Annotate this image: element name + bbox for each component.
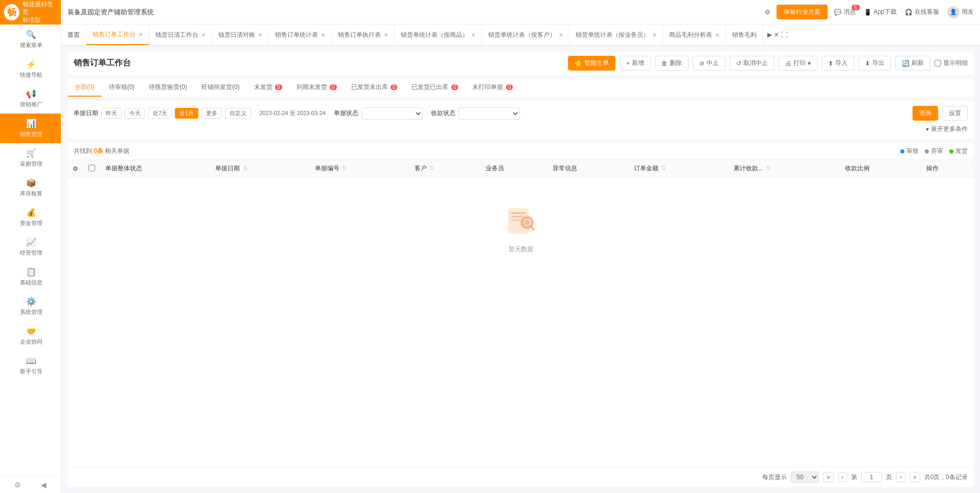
tab-close-by-customer[interactable]: ✕ [559,32,563,38]
filter-tab-shipped-not-out[interactable]: 已发货未出库 0 [344,79,405,97]
col-staff[interactable]: 业务员 [481,160,548,177]
message-action[interactable]: 💬 消息 6 [834,8,856,16]
tab-close-sales-workbench[interactable]: ✕ [139,32,143,37]
tab-cash-reconcile[interactable]: 钱货日清对账 ✕ [212,25,269,45]
filter-tab-wangpu[interactable]: 旺铺待发货(0) [194,79,247,97]
tabbar-more[interactable]: ▶ ✕ ⛶ [763,31,791,38]
filter-tab-all[interactable]: 全部(0) [67,79,102,97]
collapse-btn[interactable]: ◀ [41,481,47,489]
filter-tab-pending-review[interactable]: 待审核(0) [102,79,142,97]
stop-btn[interactable]: ⊘ 中止 [693,56,725,71]
select-all-checkbox[interactable] [88,165,95,171]
page-size-select[interactable]: 50 10 20 100 [791,472,819,483]
date-more[interactable]: 更多 [201,108,222,119]
sidebar-nav: 🔍 搜索菜单 ⚡ 快捷导航 📢 营销推广 📊 销售管理 🛒 采购管理 📦 库存核… [0,25,61,476]
print-btn[interactable]: 🖨 打印 ▾ [779,56,817,71]
sidebar-item-search[interactable]: 🔍 搜索菜单 [0,25,61,54]
sidebar-item-sales[interactable]: 📊 销售管理 [0,114,61,143]
stop-icon: ⊘ [699,60,704,67]
date-custom[interactable]: 自定义 [225,108,251,119]
tab-sales-profit[interactable]: 销售毛利 [726,25,763,45]
settings-btn[interactable]: ⚙ [14,481,21,489]
sidebar-item-marketing[interactable]: 📢 营销推广 [0,84,61,114]
sidebar-item-system[interactable]: ⚙️ 系统管理 [0,292,61,321]
download-icon: 📱 [864,9,872,16]
tab-sales-by-customer[interactable]: 销货单统计表（按客户） ✕ [482,25,569,45]
tab-sales-workbench[interactable]: 销售订单工作台 ✕ [86,25,149,45]
tab-close-margin[interactable]: ✕ [715,32,719,38]
user-action[interactable]: 👤 用友 [947,6,974,18]
service-action[interactable]: 🎧 在线客服 [905,8,939,16]
date-7days[interactable]: 近7天 [148,108,172,119]
logo-icon: 畅 [4,4,19,20]
detail-checkbox-input[interactable] [935,60,941,66]
cancel-stop-btn[interactable]: ↺ 取消中止 [730,56,774,71]
review-action-btn[interactable]: 审核 [900,147,919,155]
topbar-settings-icon[interactable]: ⚙ [765,9,770,16]
filter-settings-btn[interactable]: 设置 [942,106,968,121]
tab-close-sales-stat[interactable]: ✕ [321,32,325,38]
page-input[interactable] [861,472,882,482]
refresh-btn[interactable]: 🔄 刷新 [895,56,930,71]
show-detail-checkbox[interactable]: 显示明细 [935,59,968,68]
export-btn[interactable]: ⬇ 导出 [858,56,891,71]
col-number[interactable]: 单据编号 ⇅ [310,160,409,177]
sidebar-item-inventory[interactable]: 📦 库存核算 [0,173,61,203]
tab-margin-analysis[interactable]: 商品毛利分析表 ✕ [663,25,726,45]
empty-state: 暂无数据 [67,177,974,274]
sort-date-icon: ⇅ [243,165,248,172]
tab-close-by-staff[interactable]: ✕ [652,32,656,38]
first-page-btn[interactable]: « [823,472,834,482]
last-page-btn[interactable]: » [909,472,920,482]
date-today[interactable]: 今天 [125,108,145,119]
filter-tab-not-shipped[interactable]: 未发货 0 [247,79,289,97]
ai-btn[interactable]: ⭐ 智能生单 [568,56,616,71]
download-action[interactable]: 📱 App下载 [864,8,897,16]
fullscreen-icon[interactable]: ⛶ [781,31,787,38]
print-icon: 🖨 [785,60,791,67]
sidebar-item-finance[interactable]: 💰 资金管理 [0,203,61,232]
sidebar-item-quicknav[interactable]: ⚡ 快捷导航 [0,54,61,84]
expand-conditions-btn[interactable]: ▾ 展开更多条件 [926,125,968,133]
close-all-icon[interactable]: ✕ [774,31,779,38]
filter-tab-not-printed[interactable]: 未打印单据 0 [465,79,520,97]
tab-sales-stat[interactable]: 销售订单统计表 ✕ [269,25,332,45]
filter-tab-pending-inspect[interactable]: 待拣货验货(0) [142,79,194,97]
cancel-review-action-btn[interactable]: 弃审 [925,147,943,155]
add-btn[interactable]: + 新增 [620,56,651,71]
prev-page-btn[interactable]: ‹ [838,472,847,482]
ship-action-btn[interactable]: 发货 [949,147,968,155]
import-btn[interactable]: ⬆ 导入 [822,56,854,71]
payment-filter: 收款状态 [431,107,520,120]
sidebar-item-purchase[interactable]: 🛒 采购管理 [0,143,61,173]
tab-close-cash-reconcile[interactable]: ✕ [258,32,262,38]
col-date[interactable]: 单据日期 ⇅ [210,160,310,177]
tab-sales-exec[interactable]: 销售订单执行表 ✕ [332,25,395,45]
status-select[interactable] [361,107,423,120]
trial-btn[interactable]: 体验行业方案 [777,5,828,19]
tab-home[interactable]: 首页 [61,25,86,45]
col-checkbox[interactable] [83,160,100,177]
col-collected[interactable]: 累计收款... ⇅ [728,160,840,177]
date-yesterday[interactable]: 昨天 [101,108,122,119]
query-btn[interactable]: 查询 [913,106,938,121]
col-ratio: 收款比例 [840,160,921,177]
filter-tab-shipped-out[interactable]: 已发货已出库 0 [404,79,465,97]
col-customer[interactable]: 客户 ⇅ [409,160,481,177]
payment-select[interactable] [459,107,520,120]
sidebar-item-cooperation[interactable]: 🤝 企业协同 [0,321,61,351]
tab-sales-by-staff[interactable]: 销货单统计表（按业务员） ✕ [569,25,663,45]
sidebar-item-operation[interactable]: 📈 经营管理 [0,232,61,262]
sidebar-item-basic[interactable]: 📋 基础信息 [0,262,61,292]
sidebar-item-guide[interactable]: 📖 新手引导 [0,351,61,380]
col-amount[interactable]: 订单金额 ⇅ [629,160,728,177]
tab-sales-by-product[interactable]: 销货单统计表（按商品） ✕ [395,25,482,45]
tab-close-sales-exec[interactable]: ✕ [384,32,388,38]
date-1month[interactable]: 近1月 [175,108,198,119]
next-page-btn[interactable]: › [896,472,905,482]
tab-close-cash-daily[interactable]: ✕ [201,32,206,38]
filter-tab-overdue[interactable]: 到期未发货 0 [289,79,344,97]
tab-cash-daily[interactable]: 钱货日清工作台 ✕ [149,25,212,45]
tab-close-by-product[interactable]: ✕ [471,32,475,38]
delete-btn[interactable]: 🗑 删除 [655,56,689,71]
